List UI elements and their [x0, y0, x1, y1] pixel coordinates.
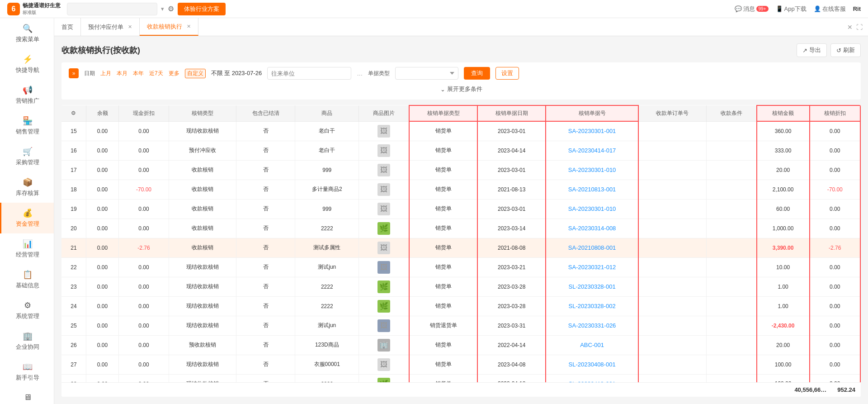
- service-btn[interactable]: 👤 在线客服: [814, 5, 846, 13]
- cancel-bill-link[interactable]: SA-20210813-001: [568, 186, 616, 193]
- cancel-bill-link[interactable]: SA-20210808-001: [568, 244, 616, 251]
- finance-icon: 💰: [23, 208, 33, 218]
- row-goods-img: 🏢: [359, 335, 410, 355]
- row-cancel-type: 现结收款核销: [169, 277, 236, 296]
- sidebar-item-search[interactable]: 🔍 搜索菜单: [0, 18, 54, 49]
- cancel-bill-link[interactable]: SA-20230314-008: [568, 225, 616, 232]
- cancel-bill-link[interactable]: SA-20230301-001: [568, 128, 616, 134]
- row-goods: 2222: [295, 277, 359, 296]
- settings-icon-topbar[interactable]: ⚙: [168, 5, 174, 13]
- app-download-btn[interactable]: 📱 App下载: [776, 5, 807, 13]
- query-btn[interactable]: 查询: [464, 67, 490, 80]
- marketing-icon: 📢: [23, 85, 33, 95]
- row-id: 18: [61, 180, 86, 199]
- row-goods: 测试jun: [295, 316, 359, 335]
- sidebar-item-inventory[interactable]: 📦 库存核算: [0, 172, 54, 203]
- row-cancel-amount: 100.00: [757, 374, 810, 382]
- window-close-icon[interactable]: ✕: [847, 24, 853, 31]
- cancel-bill-link[interactable]: SL-20230328-001: [569, 283, 616, 290]
- row-cancel-bill-no: SA-20230301-010: [546, 199, 638, 219]
- last7-link[interactable]: 近7天: [149, 70, 163, 77]
- row-collect-condition: [706, 160, 757, 180]
- cancel-bill-link[interactable]: SA-20230301-010: [568, 166, 616, 173]
- row-cancel-date: 2023-03-01: [477, 199, 546, 219]
- row-cancel-discount: 0.00: [810, 160, 861, 180]
- row-cancel-amount: 333.00: [757, 141, 810, 160]
- partner-input[interactable]: [267, 67, 351, 80]
- tab-prepay[interactable]: 预付冲应付单 ✕: [81, 18, 140, 36]
- cancel-bill-link[interactable]: SL-20230408-001: [569, 361, 616, 368]
- cancel-bill-link[interactable]: SA-20230331-026: [568, 322, 616, 329]
- row-id: 22: [61, 257, 86, 277]
- filter-arrow-btn[interactable]: »: [69, 68, 79, 78]
- bill-type-label: 单据类型: [368, 70, 390, 77]
- row-collect-condition: [706, 277, 757, 296]
- sidebar-item-guide[interactable]: 📖 新手引导: [0, 356, 54, 387]
- sidebar-item-basic-info[interactable]: 📋 基础信息: [0, 264, 54, 295]
- settings-btn[interactable]: 设置: [495, 67, 519, 80]
- this-year-link[interactable]: 本年: [133, 70, 144, 77]
- more-link[interactable]: 更多: [169, 70, 179, 77]
- tab-collect[interactable]: 收款核销执行 ✕: [140, 18, 198, 36]
- custom-link[interactable]: 自定义: [185, 69, 206, 78]
- cancel-bill-link[interactable]: SA-20230301-010: [568, 205, 616, 212]
- scroll-wrapper[interactable]: ⚙ 余额 现金折扣 核销类型 包含已结清 商品 商品图片 核销单据类型 核销单据…: [61, 105, 861, 382]
- row-cash-discount: 0.00: [119, 335, 169, 355]
- row-cash-discount: 0.00: [119, 219, 169, 238]
- window-expand-icon[interactable]: ⛶: [856, 24, 863, 31]
- row-cancel-discount: -2.76: [810, 238, 861, 257]
- cancel-bill-link[interactable]: SL-20230418-001: [569, 380, 616, 382]
- partner-dots[interactable]: …: [357, 70, 363, 77]
- row-goods-img: 🌿: [359, 277, 410, 296]
- export-btn[interactable]: ↗ 导出: [797, 43, 827, 57]
- row-goods-img: 🖼: [359, 141, 410, 160]
- cancel-bill-link[interactable]: ABC-001: [580, 342, 604, 348]
- row-cancel-date: 2023-03-21: [477, 257, 546, 277]
- user-label[interactable]: Rit: [853, 5, 861, 12]
- this-month-link[interactable]: 本月: [117, 70, 127, 77]
- system-label: 系统管理: [16, 312, 39, 320]
- refresh-btn[interactable]: ↺ 刷新: [830, 43, 861, 57]
- industry-btn[interactable]: 体验行业方案: [178, 3, 226, 15]
- cancel-bill-link[interactable]: SA-20230321-012: [568, 264, 616, 271]
- sidebar-item-finance[interactable]: 💰 资金管理: [0, 203, 54, 233]
- row-cancel-date: 2023-03-14: [477, 219, 546, 238]
- row-cancel-bill-type: 销货单: [409, 257, 477, 277]
- th-goods: 商品: [295, 105, 359, 121]
- top-bar-center: ▾ ⚙ 体验行业方案: [67, 3, 729, 15]
- collect-close-icon[interactable]: ✕: [187, 24, 191, 29]
- row-id: 28: [61, 374, 86, 382]
- prepay-close-icon[interactable]: ✕: [128, 24, 132, 30]
- sidebar-item-purchase[interactable]: 🛒 采购管理: [0, 141, 54, 172]
- expand-btn[interactable]: ⌄ 展开更多条件: [440, 85, 482, 93]
- row-cancel-amount: 1,000.00: [757, 219, 810, 238]
- cancel-bill-link[interactable]: SA-20230414-017: [568, 147, 616, 154]
- row-balance: 0.00: [86, 374, 118, 382]
- bill-type-select[interactable]: [395, 67, 458, 80]
- message-btn[interactable]: 💬 消息 99+: [735, 5, 769, 13]
- sidebar-item-marketing[interactable]: 📢 营销推广: [0, 80, 54, 110]
- sidebar-item-quick-nav[interactable]: ⚡ 快捷导航: [0, 49, 54, 80]
- sidebar-item-hardware[interactable]: 🖥 智能硬件: [0, 387, 54, 404]
- row-cancel-bill-type: 销货单: [409, 160, 477, 180]
- cancel-bill-link[interactable]: SL-20230328-002: [569, 303, 616, 309]
- sidebar-item-enterprise[interactable]: 🏢 企业协同: [0, 326, 54, 356]
- filter-bar: » 日期 上月 本月 本年 近7天 更多 自定义 不限 至 2023-07-26…: [61, 62, 861, 100]
- sidebar-item-system[interactable]: ⚙ 系统管理: [0, 295, 54, 326]
- last-month-link[interactable]: 上月: [100, 70, 111, 77]
- th-cancel-discount: 核销折扣: [810, 105, 861, 121]
- prepay-label: 预付冲应付单: [88, 23, 123, 31]
- search-box[interactable]: [67, 3, 157, 15]
- row-balance: 0.00: [86, 277, 118, 296]
- page-header: 收款核销执行(按收款) ↗ 导出 ↺ 刷新: [61, 43, 861, 57]
- table-row: 19 0.00 0.00 收款核销 否 999 🖼 销货单 2023-03-01…: [61, 199, 860, 219]
- sidebar-item-operations[interactable]: 📊 经营管理: [0, 233, 54, 264]
- row-balance: 0.00: [86, 141, 118, 160]
- tab-home[interactable]: 首页: [54, 18, 81, 36]
- guide-label: 新手引导: [16, 374, 39, 382]
- row-goods-img: 🖼: [359, 160, 410, 180]
- sales-icon: 🏪: [23, 116, 33, 126]
- row-cancel-discount: 0.00: [810, 121, 861, 141]
- row-collect-order-no: [638, 335, 706, 355]
- sidebar-item-sales[interactable]: 🏪 销售管理: [0, 110, 54, 141]
